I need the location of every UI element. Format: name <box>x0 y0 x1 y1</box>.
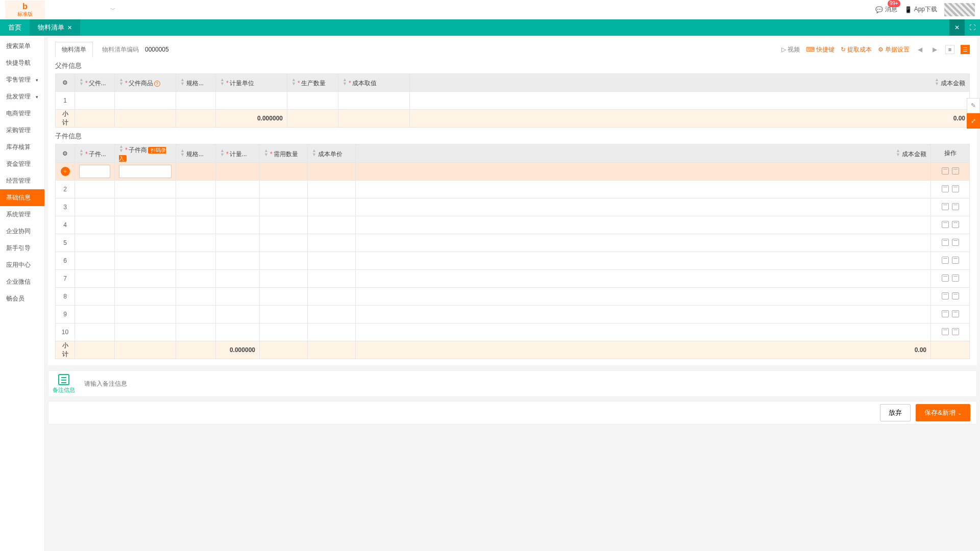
copy-row-icon[interactable] <box>952 185 959 192</box>
copy-row-icon[interactable] <box>952 292 959 299</box>
chevron-down-icon: ▾ <box>36 94 38 99</box>
parent-col-cost-fetch[interactable]: ▲▼*成本取值 <box>338 74 410 92</box>
help-icon[interactable]: ? <box>154 81 160 87</box>
sidebar-item-企业协同[interactable]: 企业协同 <box>0 223 44 240</box>
messages-button[interactable]: 💬 消息 99+ <box>875 5 897 14</box>
child-row[interactable]: 2 <box>56 181 970 198</box>
save-add-button[interactable]: 保存&新增⌄ <box>916 404 970 421</box>
next-doc-button[interactable]: ▶ <box>930 46 939 53</box>
tab-home[interactable]: 首页 <box>0 19 30 36</box>
delete-row-icon[interactable] <box>942 185 949 192</box>
delete-row-icon[interactable] <box>942 328 949 335</box>
copy-row-icon[interactable] <box>952 221 959 228</box>
sidebar-item-采购管理[interactable]: 采购管理 <box>0 122 44 139</box>
sidebar-item-零售管理[interactable]: 零售管理▾ <box>0 71 44 88</box>
child-row[interactable]: 7 <box>56 270 970 288</box>
sidebar-item-应用中心[interactable]: 应用中心 <box>0 257 44 273</box>
child-row[interactable]: 6 <box>56 252 970 270</box>
copy-row-icon[interactable] <box>952 328 959 335</box>
copy-row-icon[interactable] <box>952 203 959 210</box>
sidebar-item-企业微信[interactable]: 企业微信 <box>0 273 44 290</box>
sidebar-item-系统管理[interactable]: 系统管理 <box>0 206 44 223</box>
parent-col-unit[interactable]: ▲▼*计量单位 <box>216 74 287 92</box>
copy-row-icon[interactable] <box>952 257 959 264</box>
footer-bar: 放弃 保存&新增⌄ <box>48 401 977 424</box>
sidebar-item-label: 库存核算 <box>6 143 31 152</box>
top-header: b 标准版 ﹀ 💬 消息 99+ 📱 App下载 <box>0 0 980 19</box>
hotkey-link[interactable]: ⌨快捷键 <box>806 45 835 54</box>
copy-row-icon[interactable] <box>952 274 959 282</box>
child-col-product[interactable]: ▲▼*子件商扫码录入 <box>115 144 176 163</box>
child-col-qty[interactable]: ▲▼*需用数量 <box>260 144 308 163</box>
sidebar: 搜索菜单快捷导航零售管理▾批发管理▾电商管理采购管理库存核算资金管理经营管理基础… <box>0 36 45 551</box>
child-col-code[interactable]: ▲▼*子件... <box>75 144 115 163</box>
avatar[interactable] <box>944 3 975 16</box>
add-row-button[interactable]: + <box>61 167 70 176</box>
parent-col-spec[interactable]: ▲▼规格... <box>176 74 216 92</box>
parent-row[interactable]: 1 <box>56 92 970 110</box>
parent-col-code[interactable]: ▲▼*父件... <box>75 74 115 92</box>
sidebar-item-基础信息[interactable]: 基础信息 <box>0 189 44 206</box>
child-product-input[interactable] <box>119 165 172 178</box>
child-row[interactable]: 10 <box>56 323 970 341</box>
extract-cost-link[interactable]: ↻提取成本 <box>841 45 872 54</box>
prev-doc-button[interactable]: ◀ <box>916 46 924 53</box>
row-op-cell <box>931 252 970 270</box>
delete-row-icon[interactable] <box>942 239 949 246</box>
delete-row-icon[interactable] <box>942 274 949 282</box>
float-edit-button[interactable]: ✎ <box>967 98 980 113</box>
sidebar-item-经营管理[interactable]: 经营管理 <box>0 172 44 189</box>
delete-row-icon[interactable] <box>942 221 949 228</box>
parent-col-product[interactable]: ▲▼*父件商品? <box>115 74 176 92</box>
delete-row-icon[interactable] <box>942 203 949 210</box>
discard-button[interactable]: 放弃 <box>880 404 911 421</box>
tab-close-all-button[interactable]: ✕ <box>949 19 965 36</box>
sidebar-item-快捷导航[interactable]: 快捷导航 <box>0 55 44 71</box>
doc-setting-link[interactable]: ⚙单据设置 <box>878 45 910 54</box>
parent-gear-header[interactable]: ⚙ <box>56 74 75 92</box>
child-gear-header[interactable]: ⚙ <box>56 144 75 163</box>
child-col-op: 操作 <box>931 144 970 163</box>
child-row[interactable]: 5 <box>56 234 970 252</box>
tab-bom[interactable]: 物料清单 ✕ <box>30 19 80 36</box>
float-expand-button[interactable]: ⤢ <box>967 113 980 129</box>
delete-row-icon[interactable] <box>942 292 949 299</box>
copy-row-icon[interactable] <box>952 310 959 317</box>
child-row[interactable]: 4 <box>56 216 970 234</box>
sidebar-item-资金管理[interactable]: 资金管理 <box>0 156 44 172</box>
sidebar-item-新手引导[interactable]: 新手引导 <box>0 240 44 257</box>
copy-row-icon[interactable] <box>952 167 959 174</box>
sidebar-item-库存核算[interactable]: 库存核算 <box>0 139 44 156</box>
row-op-cell <box>931 323 970 341</box>
child-col-spec[interactable]: ▲▼规格... <box>176 144 216 163</box>
child-row[interactable]: 8 <box>56 288 970 306</box>
child-subtotal-qty: 0.000000 <box>216 341 260 359</box>
child-col-unit[interactable]: ▲▼*计量... <box>216 144 260 163</box>
child-code-input[interactable] <box>79 165 110 178</box>
video-link[interactable]: ▷视频 <box>781 45 800 54</box>
parent-subtotal-qty: 0.000000 <box>216 110 287 128</box>
sidebar-item-畅会员[interactable]: 畅会员 <box>0 290 44 307</box>
child-row[interactable]: 9 <box>56 306 970 323</box>
parent-col-amount[interactable]: ▲▼成本金额 <box>410 74 970 92</box>
child-col-amount[interactable]: ▲▼成本金额 <box>356 144 931 163</box>
view-mode-form[interactable]: ☰ <box>961 45 970 54</box>
fullscreen-button[interactable]: ⛶ <box>965 19 980 36</box>
delete-row-icon[interactable] <box>942 257 949 264</box>
company-selector[interactable]: ﹀ <box>55 5 115 14</box>
sidebar-item-电商管理[interactable]: 电商管理 <box>0 105 44 122</box>
view-mode-list[interactable]: ≡ <box>945 45 954 54</box>
close-icon[interactable]: ✕ <box>67 24 72 31</box>
copy-row-icon[interactable] <box>952 239 959 246</box>
sidebar-item-批发管理[interactable]: 批发管理▾ <box>0 88 44 105</box>
parent-col-qty[interactable]: ▲▼*生产数量 <box>287 74 338 92</box>
sidebar-item-搜索菜单[interactable]: 搜索菜单 <box>0 38 44 55</box>
delete-row-icon[interactable] <box>942 310 949 317</box>
remark-input[interactable] <box>79 380 976 387</box>
message-icon: 💬 <box>875 6 883 13</box>
subtab-bom[interactable]: 物料清单 <box>55 42 93 58</box>
delete-row-icon[interactable] <box>942 167 949 174</box>
child-row[interactable]: 3 <box>56 198 970 216</box>
app-download-button[interactable]: 📱 App下载 <box>904 5 937 14</box>
child-col-price[interactable]: ▲▼成本单价 <box>308 144 356 163</box>
